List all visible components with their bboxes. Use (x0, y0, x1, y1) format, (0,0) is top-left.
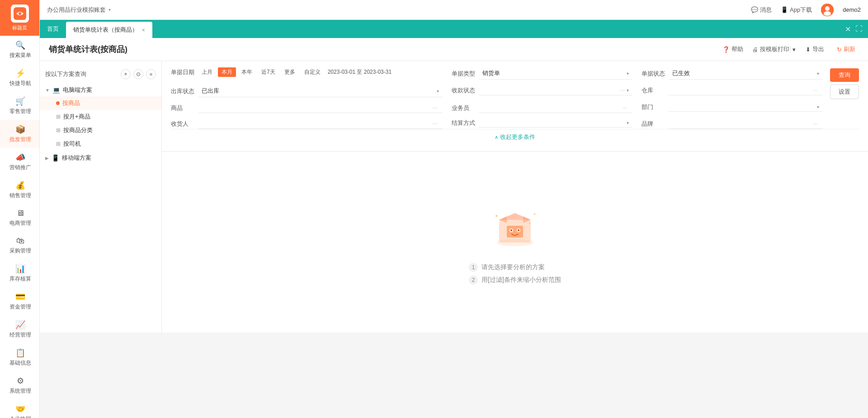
svg-point-1 (19, 12, 21, 15)
doc-status-label: 单据状态 (642, 70, 669, 78)
tab-sales-stat[interactable]: 销货单统计表（按商品） ✕ (66, 22, 152, 38)
warehouse-label: 仓库 (642, 86, 669, 95)
date-tab-this-year[interactable]: 本年 (238, 67, 256, 77)
refresh-icon: ↻ (837, 46, 842, 53)
doc-status-control[interactable]: 已生效 ▾ (669, 67, 823, 80)
expand-button[interactable]: ⛶ (855, 25, 863, 33)
goods-control[interactable]: ··· (198, 103, 443, 113)
out-status-control[interactable]: 已出库 ▾ (198, 85, 443, 97)
message-label: 消息 (760, 6, 772, 14)
refresh-button[interactable]: ↻ 刷新 (833, 43, 859, 55)
query-button[interactable]: 查询 (830, 68, 859, 82)
scheme-panel-header: 按以下方案查询 + ⊙ « (40, 66, 161, 82)
logo-area[interactable]: 标题页 (0, 0, 39, 36)
sidebar-item-inventory[interactable]: 📊 库存核算 (0, 259, 39, 287)
filter-field-salesperson: 业务员 ··· (452, 103, 633, 113)
date-tab-custom[interactable]: 自定义 (301, 67, 324, 77)
page-actions: ❓ 帮助 🖨 按模板打印 ▾ ⬇ 导出 ↻ 刷新 (719, 43, 859, 55)
sidebar-item-retail[interactable]: 🛒 零售管理 (0, 92, 39, 120)
scheme-group-desktop-header[interactable]: ▼ 💻 电脑端方案 (40, 84, 161, 96)
collapse-row[interactable]: ∧ 收起更多条件 (171, 129, 859, 145)
receipt-status-control[interactable]: ··· ▾ (479, 85, 633, 95)
more-icon[interactable]: ··· (620, 87, 625, 93)
sidebar-item-sales[interactable]: 💰 销售管理 (0, 176, 39, 204)
download-icon: 📱 (781, 6, 788, 13)
page-title: 销货单统计表(按商品) (49, 44, 127, 55)
print-button[interactable]: 🖨 按模板打印 (752, 43, 789, 55)
settings-button[interactable]: 设置 (830, 85, 859, 99)
desktop-icon: 💻 (52, 86, 60, 94)
more-icon[interactable]: ··· (813, 87, 817, 93)
sidebar-item-basic[interactable]: 📋 基础信息 (0, 343, 39, 371)
brand-control[interactable]: ··· (669, 119, 823, 129)
help-button[interactable]: ❓ 帮助 (719, 43, 747, 55)
sidebar-item-label: 基础信息 (9, 359, 31, 367)
doc-type-control[interactable]: 销货单 ▾ (479, 67, 633, 80)
filter-row-4: 收货人 ··· 结算方式 (171, 119, 823, 129)
search-icon: 🔍 (15, 40, 25, 50)
sidebar-item-ecommerce[interactable]: 🖥 电商管理 (0, 204, 39, 232)
settlement-control[interactable]: ▾ (479, 119, 633, 128)
sidebar-item-marketing[interactable]: 📣 营销推广 (0, 148, 39, 176)
export-button[interactable]: ⬇ 导出 (802, 43, 828, 55)
more-icon[interactable]: ··· (433, 104, 437, 111)
salesperson-control[interactable]: ··· (479, 103, 633, 113)
date-tab-this-month[interactable]: 本月 (218, 67, 236, 77)
dept-control[interactable]: ▾ (669, 103, 823, 112)
warehouse-control[interactable]: ··· (669, 85, 823, 95)
export-label: 导出 (812, 45, 824, 53)
filter-row-2: 出库状态 已出库 ▾ 收款状态 (171, 85, 823, 97)
more-icon[interactable]: ··· (433, 120, 437, 127)
sidebar-item-finance[interactable]: 💳 资金管理 (0, 287, 39, 315)
sidebar-item-wholesale[interactable]: 📦 批发管理 (0, 120, 39, 148)
ecommerce-icon: 🖥 (16, 209, 24, 218)
sales-icon: 💰 (15, 180, 25, 190)
date-range-value: 2023-03-01 至 2023-03-31 (328, 68, 392, 76)
scheme-settings-button[interactable]: ⊙ (133, 69, 143, 79)
more-icon[interactable]: ··· (623, 104, 627, 111)
sidebar-item-enterprise[interactable]: 🤝 企业协同 (0, 399, 39, 418)
app-selector[interactable]: 办公用品行业模拟账套 ▾ (47, 6, 111, 14)
scheme-item-by-month-goods[interactable]: ⊞ 按月+商品 (40, 110, 161, 124)
sidebar-item-search[interactable]: 🔍 搜索菜单 (0, 36, 39, 64)
close-all-tabs-button[interactable]: ✕ (845, 25, 851, 33)
tab-home[interactable]: 首页 (40, 20, 66, 38)
date-tab-7days[interactable]: 近7天 (258, 67, 279, 77)
message-button[interactable]: 💬 消息 (751, 6, 772, 14)
wholesale-icon: 📦 (15, 124, 25, 134)
receiver-control[interactable]: ··· (198, 119, 443, 129)
date-tab-last-month[interactable]: 上月 (198, 67, 216, 77)
app-download-button[interactable]: 📱 App下载 (781, 6, 812, 14)
collapse-label: 收起更多条件 (500, 133, 535, 141)
sidebar-item-quick-nav[interactable]: ⚡ 快捷导航 (0, 64, 39, 92)
filter-field-goods: 商品 ··· (171, 103, 443, 113)
sidebar-item-system[interactable]: ⚙ 系统管理 (0, 371, 39, 399)
user-name[interactable]: demo2 (843, 6, 861, 13)
filter-row-1: 单据日期 上月 本月 本年 近7天 更多 自定义 (171, 67, 823, 80)
date-tab-more[interactable]: 更多 (281, 67, 299, 77)
svg-point-14 (518, 229, 519, 231)
filter-and-btns: 单据日期 上月 本月 本年 近7天 更多 自定义 (171, 67, 859, 129)
sidebar-item-operations[interactable]: 📈 经营管理 (0, 315, 39, 343)
filter-field-warehouse: 仓库 ··· (642, 85, 823, 95)
scheme-item-label: 按商品 (62, 99, 80, 107)
svg-point-13 (510, 229, 512, 231)
sidebar-item-purchase[interactable]: 🛍 采购管理 (0, 232, 39, 259)
close-tab-icon[interactable]: ✕ (142, 28, 145, 33)
scheme-item-by-cashier[interactable]: ⊞ 按司机 (40, 137, 161, 151)
topbar-right: 💬 消息 📱 App下载 demo2 (751, 4, 861, 16)
more-icon[interactable]: ··· (813, 120, 817, 127)
scheme-add-button[interactable]: + (121, 69, 131, 79)
date-tabs: 上月 本月 本年 近7天 更多 自定义 (198, 67, 324, 77)
scheme-group-mobile-header[interactable]: ▶ 📱 移动端方案 (40, 152, 161, 164)
chevron-down-icon: ▾ (627, 71, 629, 76)
sidebar-item-label: 采购管理 (9, 247, 31, 255)
marketing-icon: 📣 (15, 152, 25, 162)
scheme-item-by-goods[interactable]: 按商品 (40, 96, 161, 110)
print-dropdown-arrow[interactable]: ▾ (792, 44, 797, 55)
svg-point-4 (824, 11, 831, 16)
operations-icon: 📈 (15, 320, 25, 330)
retail-icon: 🛒 (15, 96, 25, 106)
scheme-item-by-category[interactable]: ⊞ 按商品分类 (40, 124, 161, 137)
scheme-collapse-button[interactable]: « (146, 69, 156, 79)
